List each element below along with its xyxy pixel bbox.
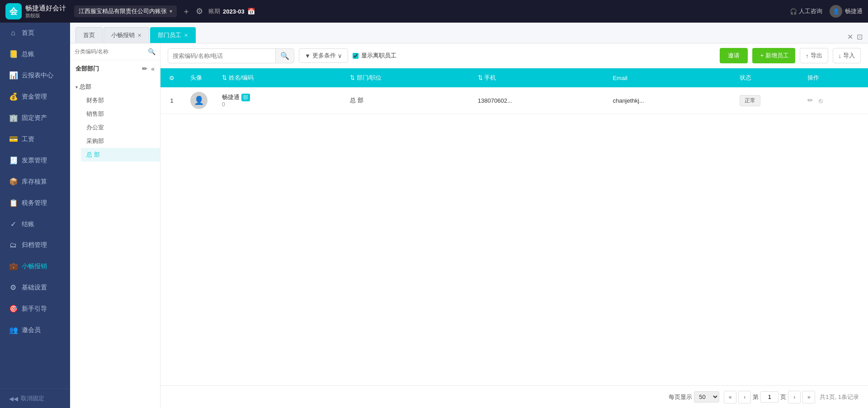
- page-size-select: 每页显示 10 20 50 100: [669, 391, 719, 403]
- row-avatar-cell: 👤: [183, 87, 215, 114]
- col-name[interactable]: ⇅ 姓名/编码: [215, 68, 343, 87]
- tab-dept-employee[interactable]: 部门员工 ✕: [150, 27, 196, 43]
- filter-button[interactable]: ▼ 更多条件 ∨: [299, 48, 348, 63]
- sidebar-item-ledger[interactable]: 📒 总账: [0, 43, 70, 65]
- settings-icon[interactable]: ⚙: [196, 6, 203, 16]
- export-button[interactable]: ↑ 导出: [800, 48, 828, 63]
- sidebar-item-inventory[interactable]: 📦 库存核算: [0, 171, 70, 192]
- sidebar-item-invite[interactable]: 👥 邀会员: [0, 319, 70, 341]
- add-employee-button[interactable]: + 新增员工: [752, 48, 795, 63]
- sidebar-item-label: 邀会员: [22, 326, 41, 334]
- prev-page-button[interactable]: ‹: [738, 391, 751, 403]
- page-nav: « ‹ 第 页 › »: [724, 391, 815, 403]
- edit-icon[interactable]: ✏: [807, 96, 813, 104]
- sidebar-item-tax[interactable]: 📋 税务管理: [0, 192, 70, 213]
- tab-dept-close-icon[interactable]: ✕: [184, 33, 188, 38]
- status-badge: 正常: [740, 95, 760, 106]
- dept-group-name: 总部: [80, 83, 91, 91]
- logout-icon[interactable]: ⎋: [819, 97, 823, 104]
- row-email-cell: chanjethkj...: [605, 87, 732, 114]
- unpin-label: 取消固定: [21, 394, 44, 403]
- sidebar-item-expense[interactable]: 💼 小畅报销: [0, 256, 70, 277]
- sidebar-item-invoice[interactable]: 🧾 发票管理: [0, 150, 70, 171]
- dept-header-icons: ✏ «: [142, 65, 155, 72]
- tab-expense[interactable]: 小畅报销 ✕: [104, 27, 149, 43]
- dept-group-header[interactable]: ▾ 总部: [70, 80, 160, 94]
- dept-search-input[interactable]: [75, 48, 146, 55]
- home-icon: ⌂: [9, 29, 17, 37]
- dept-child-caigou[interactable]: 采购部: [81, 134, 160, 148]
- page-size-dropdown[interactable]: 10 20 50 100: [694, 391, 719, 403]
- sidebar-item-label: 新手引导: [22, 305, 47, 313]
- period-value: 2023-03: [223, 8, 245, 15]
- tab-home[interactable]: 首页: [75, 27, 103, 43]
- show-resigned-label[interactable]: 显示离职员工: [361, 52, 396, 60]
- edit-dept-icon[interactable]: ✏: [142, 65, 147, 72]
- sidebar-item-close[interactable]: ✓ 结账: [0, 213, 70, 235]
- dept-child-caiwu[interactable]: 财务部: [81, 94, 160, 107]
- company-selector[interactable]: 江西服宝精品有限责任公司内账张 ▾: [74, 5, 177, 17]
- dept-search: 🔍: [70, 43, 160, 60]
- dept-group: ▾ 总部 财务部 销售部 办公室 采购部 总 部: [70, 79, 160, 162]
- next-page-button[interactable]: ›: [788, 391, 801, 403]
- report-icon: 📊: [9, 71, 17, 80]
- collapse-icon[interactable]: «: [151, 65, 155, 72]
- all-dept-label: 全部部门: [75, 65, 99, 73]
- maximize-icon[interactable]: ⊡: [857, 33, 863, 41]
- show-resigned-checkbox[interactable]: [353, 53, 359, 59]
- invite-icon: 👥: [9, 326, 17, 334]
- unpin-button[interactable]: ◀◀ 取消固定: [0, 389, 70, 408]
- topbar-right: 🎧 人工咨询 👤 畅捷通: [790, 5, 863, 18]
- import-button[interactable]: ↓ 导入: [833, 48, 861, 63]
- sidebar-item-guide[interactable]: 🎯 新手引导: [0, 298, 70, 319]
- search-button[interactable]: 🔍: [275, 49, 294, 63]
- search-icon: 🔍: [280, 52, 289, 60]
- col-phone[interactable]: ⇅ 手机: [471, 68, 606, 87]
- invite-button[interactable]: 邀请: [720, 48, 748, 63]
- company-name: 江西服宝精品有限责任公司内账张: [79, 7, 167, 15]
- period-area: 账期 2023-03 📅: [208, 7, 255, 15]
- funds-icon: 💰: [9, 92, 17, 101]
- col-status: 状态: [732, 68, 800, 87]
- tab-dept-label: 部门员工: [158, 31, 181, 39]
- dept-children: 财务部 销售部 办公室 采购部 总 部: [70, 94, 160, 161]
- logo-area: 会 畅捷通好会计 旗舰版: [5, 3, 69, 19]
- add-company-icon[interactable]: ＋: [182, 6, 190, 17]
- search-input[interactable]: [168, 50, 275, 62]
- dept-child-bangong[interactable]: 办公室: [81, 121, 160, 134]
- dept-child-xiaoshou[interactable]: 销售部: [81, 107, 160, 121]
- sidebar-item-salary[interactable]: 💳 工资: [0, 128, 70, 150]
- user-area[interactable]: 👤 畅捷通: [830, 5, 863, 18]
- page-input[interactable]: [760, 391, 778, 403]
- col-settings[interactable]: ⚙: [160, 68, 183, 87]
- last-page-button[interactable]: »: [802, 391, 815, 403]
- table-container: ⚙ 头像 ⇅ 姓名/编码 ⇅ 部门/职位 ⇅ 手机 Email 状态 操作: [160, 68, 868, 385]
- dept-mini-badge: 部: [241, 94, 250, 101]
- col-dept[interactable]: ⇅ 部门/职位: [343, 68, 471, 87]
- sidebar-item-home[interactable]: ⌂ 首页: [0, 23, 70, 43]
- table-header-row: ⚙ 头像 ⇅ 姓名/编码 ⇅ 部门/职位 ⇅ 手机 Email 状态 操作: [160, 68, 868, 87]
- employee-code: 0: [222, 101, 335, 108]
- tabs-right: ✕ ⊡: [842, 33, 868, 43]
- first-page-button[interactable]: «: [724, 391, 736, 403]
- service-button[interactable]: 🎧 人工咨询: [790, 7, 822, 15]
- row-status-cell: 正常: [732, 87, 800, 114]
- minimize-icon[interactable]: ✕: [847, 33, 853, 41]
- toggle-icon: ▾: [75, 85, 78, 90]
- sidebar-item-label: 发票管理: [22, 157, 47, 165]
- sidebar-item-label: 基础设置: [22, 284, 47, 292]
- dept-child-zongbu[interactable]: 总 部: [81, 148, 160, 161]
- sidebar-item-label: 固定资产: [22, 114, 47, 122]
- salary-icon: 💳: [9, 135, 17, 143]
- sidebar-item-report[interactable]: 📊 云报表中心: [0, 65, 70, 86]
- search-icon[interactable]: 🔍: [148, 48, 156, 55]
- sidebar-item-fixed-assets[interactable]: 🏢 固定资产: [0, 107, 70, 128]
- row-dept-cell: 总 部: [343, 87, 471, 114]
- tab-expense-close-icon[interactable]: ✕: [137, 33, 142, 38]
- sidebar-item-archive[interactable]: 🗂 归档管理: [0, 235, 70, 256]
- sidebar-item-funds[interactable]: 💰 资金管理: [0, 86, 70, 107]
- filter-icon: ▼: [305, 52, 311, 59]
- page-unit: 页: [780, 393, 786, 401]
- sidebar-item-basic[interactable]: ⚙ 基础设置: [0, 277, 70, 298]
- calendar-icon[interactable]: 📅: [247, 8, 255, 15]
